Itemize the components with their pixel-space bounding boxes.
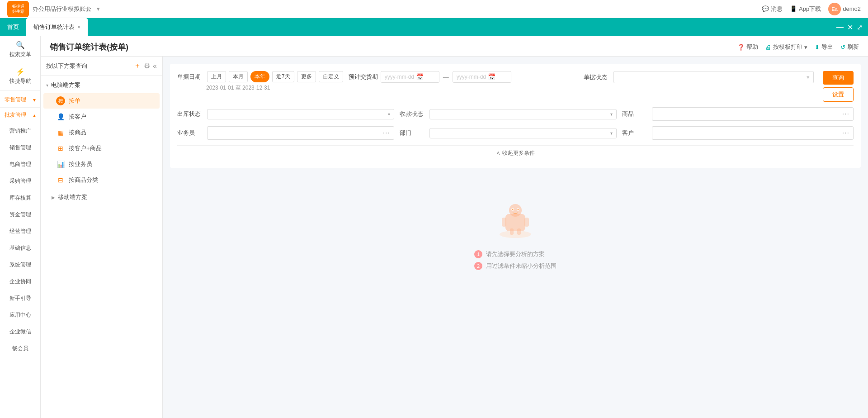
add-scheme-icon[interactable]: ＋ <box>134 61 141 71</box>
sidebar-item-marketing[interactable]: 营销推广 <box>0 123 40 139</box>
sidebar-item-guide[interactable]: 新手引导 <box>0 290 40 307</box>
refresh-button[interactable]: ↺ 刷新 <box>840 43 859 51</box>
customer-more-icon[interactable]: ··· <box>842 129 849 137</box>
main-content: 🔍 搜索菜单 ⚡ 快捷导航 零售管理 ▾ 批发管理 ▴ 营销推广 销售管理 电商… <box>0 36 868 418</box>
sidebar-item-corp[interactable]: 企业协同 <box>0 273 40 290</box>
collapse-panel-icon[interactable]: « <box>153 62 157 70</box>
date-range-display: 2023-01-01 至 2023-12-31 <box>177 84 343 92</box>
calendar-end-icon: 📅 <box>488 73 495 81</box>
sidebar-item-appstore[interactable]: 应用中心 <box>0 307 40 323</box>
expected-date-group: 预计交货期 yyyy-mm-dd 📅 — yyyy-mm-dd 📅 <box>349 71 579 83</box>
scheme-item-by-category[interactable]: ⊟ 按商品分类 <box>43 172 160 188</box>
business-select[interactable]: ··· <box>207 126 394 140</box>
filter-area: 单据日期 上月 本月 本年 近7天 更多 自定义 2023-01-01 至 20… <box>170 64 861 168</box>
sidebar-item-inventory[interactable]: 库存核算 <box>0 190 40 206</box>
mobile-group-expand-icon: ▶ <box>52 195 55 200</box>
date-btn-this-year[interactable]: 本年 <box>250 71 269 82</box>
scheme-item-by-order[interactable]: 按 按单 <box>43 93 160 109</box>
out-status-group: 出库状态 ▾ <box>177 109 394 119</box>
business-group: 业务员 ··· <box>177 126 394 140</box>
settings-scheme-icon[interactable]: ⚙ <box>144 62 150 70</box>
inner-layout: 按以下方案查询 ＋ ⚙ « ▾ 电脑端方案 按 按单 <box>41 57 868 418</box>
svg-point-0 <box>500 231 531 238</box>
sidebar-item-purchase[interactable]: 采购管理 <box>0 173 40 190</box>
tab-home[interactable]: 首页 <box>0 18 26 36</box>
maximize-icon[interactable]: ⤢ <box>857 23 863 32</box>
sidebar-item-system[interactable]: 系统管理 <box>0 256 40 273</box>
sidebar-shortcut[interactable]: ⚡ 快捷导航 <box>0 63 40 90</box>
settings-button[interactable]: 设置 <box>823 87 854 102</box>
sidebar-item-wecom[interactable]: 企业微信 <box>0 323 40 340</box>
date-btn-this-month[interactable]: 本月 <box>229 71 248 82</box>
print-button[interactable]: 🖨 按模板打印 ▾ <box>765 43 807 51</box>
left-panel-header: 按以下方案查询 ＋ ⚙ « <box>41 57 162 76</box>
out-status-select[interactable]: ▾ <box>207 109 394 119</box>
date-btn-7days[interactable]: 近7天 <box>272 71 294 82</box>
scheme-item-by-salesperson[interactable]: 📊 按业务员 <box>43 157 160 172</box>
sidebar-item-finance[interactable]: 资金管理 <box>0 206 40 223</box>
date-btn-more[interactable]: 更多 <box>297 71 316 82</box>
doc-status-select[interactable]: ▾ <box>613 71 814 83</box>
date-btn-custom[interactable]: 自定义 <box>319 71 343 82</box>
dept-select[interactable]: ▾ <box>429 128 617 138</box>
sidebar-search[interactable]: 🔍 搜索菜单 <box>0 36 40 63</box>
mobile-icon: 📱 <box>790 5 797 12</box>
sidebar-item-basic[interactable]: 基础信息 <box>0 240 40 256</box>
category-scheme-icon: ⊟ <box>56 176 65 185</box>
goods-select[interactable]: ··· <box>652 107 854 121</box>
top-bar-dropdown-icon[interactable]: ▾ <box>97 5 100 12</box>
active-scheme-dot: 按 <box>56 96 65 105</box>
sidebar-item-sales[interactable]: 销售管理 <box>0 139 40 156</box>
scheme-item-by-customer[interactable]: 👤 按客户 <box>43 109 160 124</box>
user-menu[interactable]: Ea demo2 <box>828 3 861 15</box>
top-bar-left: 畅捷通 好生意 办公用品行业模拟账套 ▾ <box>7 1 100 17</box>
customer-group: 客户 ··· <box>622 126 854 140</box>
empty-state: 1 请先选择要分析的方案 2 用过滤条件来缩小分析范围 <box>170 173 861 297</box>
close-window-icon[interactable]: ✕ <box>847 23 853 32</box>
goods-more-icon[interactable]: ··· <box>842 110 849 118</box>
expected-date-end[interactable]: yyyy-mm-dd 📅 <box>453 71 511 83</box>
collapse-bar[interactable]: ∧ 收起更多条件 <box>177 145 854 161</box>
help-button[interactable]: ❓ 帮助 <box>737 43 758 51</box>
svg-rect-3 <box>524 218 529 227</box>
app-download-button[interactable]: 📱 App下载 <box>790 5 821 13</box>
sidebar-item-wholesale[interactable]: 批发管理 ▴ <box>0 107 40 123</box>
scheme-group-mobile[interactable]: ▶ 移动端方案 <box>41 190 162 204</box>
svg-point-9 <box>512 209 514 210</box>
tab-close-icon[interactable]: × <box>77 24 80 30</box>
shortcut-icon: ⚡ <box>16 67 25 76</box>
left-panel: 按以下方案查询 ＋ ⚙ « ▾ 电脑端方案 按 按单 <box>41 57 163 418</box>
customer-select[interactable]: ··· <box>652 126 854 140</box>
right-panel: 单据日期 上月 本月 本年 近7天 更多 自定义 2023-01-01 至 20… <box>163 57 868 418</box>
message-button[interactable]: 💬 消息 <box>762 5 783 13</box>
goods-group: 商品 ··· <box>622 107 854 121</box>
svg-rect-4 <box>510 228 514 235</box>
tip-number-2: 2 <box>474 262 482 270</box>
goods-scheme-icon: ▦ <box>56 128 65 137</box>
salesperson-scheme-icon: 📊 <box>56 160 65 169</box>
retail-arrow-icon: ▾ <box>33 97 36 103</box>
scheme-item-by-customer-goods[interactable]: ⊞ 按客户+商品 <box>43 141 160 156</box>
sidebar-item-ecommerce[interactable]: 电商管理 <box>0 156 40 173</box>
collect-status-select[interactable]: ▾ <box>429 109 617 119</box>
date-btn-last-month[interactable]: 上月 <box>207 71 226 82</box>
sidebar: 🔍 搜索菜单 ⚡ 快捷导航 零售管理 ▾ 批发管理 ▴ 营销推广 销售管理 电商… <box>0 36 41 418</box>
status-dropdown-icon: ▾ <box>807 74 810 81</box>
tab-sales-order-stats[interactable]: 销售订单统计表 × <box>26 18 88 36</box>
business-more-icon[interactable]: ··· <box>383 129 390 137</box>
minimize-icon[interactable]: — <box>836 23 844 31</box>
sidebar-item-retail[interactable]: 零售管理 ▾ <box>0 92 40 107</box>
avatar: Ea <box>828 3 841 15</box>
sidebar-item-member[interactable]: 畅会员 <box>0 340 40 357</box>
export-icon: ⬇ <box>815 44 820 51</box>
scheme-group-pc-header[interactable]: ▾ 电脑端方案 <box>41 77 162 93</box>
sidebar-item-operation[interactable]: 经营管理 <box>0 223 40 240</box>
out-status-dropdown-icon: ▾ <box>388 112 390 117</box>
export-button[interactable]: ⬇ 导出 <box>815 43 833 51</box>
tip-number-1: 1 <box>474 250 482 258</box>
scheme-item-by-goods[interactable]: ▦ 按商品 <box>43 125 160 140</box>
print-icon: 🖨 <box>765 44 771 51</box>
query-button[interactable]: 查询 <box>823 71 854 85</box>
expected-date-start[interactable]: yyyy-mm-dd 📅 <box>381 71 439 83</box>
app-logo: 畅捷通 好生意 <box>7 1 29 17</box>
